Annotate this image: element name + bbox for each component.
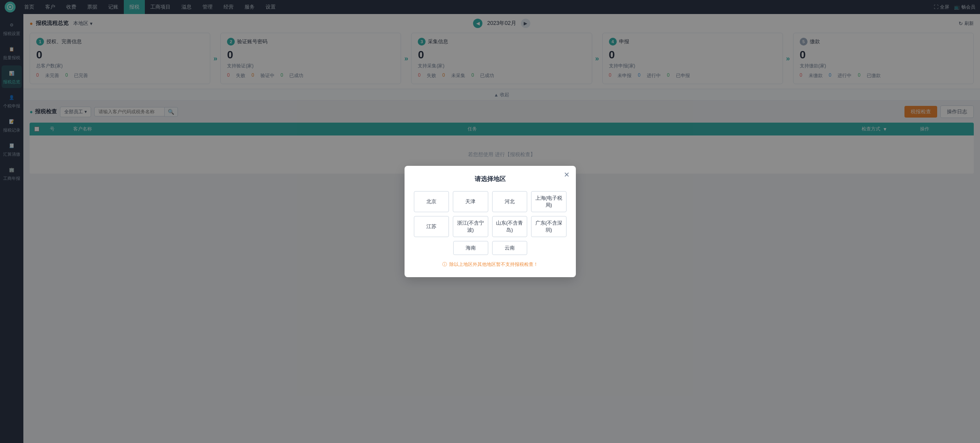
region-btn-yunnan[interactable]: 云南 [492,241,527,255]
region-grid-row3: 海南 云南 [414,241,567,255]
region-btn-hebei[interactable]: 河北 [492,191,528,212]
region-btn-jiangsu[interactable]: 江苏 [414,216,449,237]
modal-warning: ⓘ 除以上地区外其他地区暂不支持报税检查！ [414,261,567,268]
region-btn-shanghai[interactable]: 上海(电子税局) [531,191,567,212]
modal-title: 请选择地区 [414,175,567,183]
modal-overlay: ✕ 请选择地区 北京 天津 河北 上海(电子税局) 江苏 浙江(不含宁波) 山东… [0,0,980,443]
modal-close-button[interactable]: ✕ [564,171,570,179]
region-select-modal: ✕ 请选择地区 北京 天津 河北 上海(电子税局) 江苏 浙江(不含宁波) 山东… [405,166,576,277]
region-btn-beijing[interactable]: 北京 [414,191,449,212]
region-grid-row2: 江苏 浙江(不含宁波) 山东(不含青岛) 广东(不含深圳) [414,216,567,237]
warning-icon: ⓘ [442,261,447,268]
region-btn-guangdong[interactable]: 广东(不含深圳) [531,216,567,237]
region-btn-hainan[interactable]: 海南 [453,241,488,255]
region-btn-zhejiang[interactable]: 浙江(不含宁波) [453,216,488,237]
region-btn-shandong[interactable]: 山东(不含青岛) [492,216,528,237]
region-grid-row1: 北京 天津 河北 上海(电子税局) [414,191,567,212]
region-btn-tianjin[interactable]: 天津 [453,191,488,212]
